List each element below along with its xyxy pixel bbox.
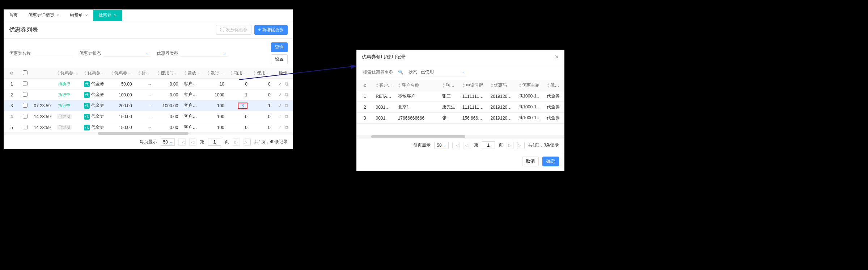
row-checkbox[interactable] <box>23 114 27 119</box>
settings-button[interactable]: 设置 <box>271 54 288 64</box>
modal-status-label: 状态 <box>408 69 417 75</box>
search-icon[interactable]: 🔍 <box>398 70 403 75</box>
share-icon[interactable]: ↗ <box>278 92 282 97</box>
title-bar: 优惠券列表 ⛶ 发放优惠券 + 新增优惠券 <box>4 21 293 39</box>
close-icon[interactable]: ✕ <box>114 13 117 17</box>
qrcode-icon[interactable]: ⧉ <box>285 114 288 119</box>
gear-icon[interactable] <box>363 83 367 88</box>
usage-table: ▲▼客户... ▲▼客户名称 ▲▼联系人 ▲▼电话号码 ▲▼优惠码 ▲▼优惠主题… <box>357 80 564 124</box>
claim-count-link[interactable]: 3 <box>238 103 247 109</box>
table-row[interactable]: 4 14 23:59 已过期 代代金券 150.00 -- 0.00 客户领取 … <box>4 111 293 122</box>
status-badge: 已过期 <box>57 114 72 119</box>
gear-icon[interactable] <box>10 71 14 76</box>
chevron-down-icon: ⌄ <box>169 140 172 144</box>
ok-button[interactable]: 确定 <box>542 157 559 166</box>
share-icon[interactable]: ↗ <box>278 81 282 87</box>
horizontal-scrollbar[interactable] <box>4 132 293 135</box>
share-icon: ↗ <box>278 125 282 130</box>
first-page-button[interactable]: ▏◁ <box>178 138 186 146</box>
coupon-list-panel: 首页优惠券详情页✕销货单✕优惠券✕ 优惠券列表 ⛶ 发放优惠券 + 新增优惠券 … <box>4 9 293 149</box>
modal-search-box: 🔍 <box>362 68 403 76</box>
filter-name-input[interactable] <box>33 49 73 57</box>
page-title: 优惠券列表 <box>9 26 38 34</box>
pagination: 每页显示 50⌄ ▏◁ ◁ 第 页 ▷ ▷▕ 共1页，49条记录 <box>4 135 293 149</box>
filter-bar: 优惠券名称 优惠券状态 ⌄ 优惠券类型 ⌄ 查询 设置 <box>4 39 293 68</box>
table-row[interactable]: 1 RETAIL... 零散客户 张三 11111111111 2019120 … <box>357 91 564 102</box>
first-page-button[interactable]: ▏◁ <box>452 142 460 149</box>
row-checkbox[interactable] <box>23 125 27 129</box>
qrcode-icon[interactable]: ⧉ <box>285 81 288 87</box>
tab-优惠券详情页[interactable]: 优惠券详情页✕ <box>23 10 65 21</box>
table-row[interactable]: 2 00010001 北京1 唐先生 11111111111 2019120 7… <box>357 102 564 113</box>
gift-icon: ⛶ <box>220 27 224 32</box>
horizontal-scrollbar[interactable] <box>357 135 564 138</box>
voucher-icon: 代 <box>84 125 90 130</box>
modal-per-page-select[interactable]: 50⌄ <box>434 142 448 149</box>
table-row[interactable]: 3 0001 17666666666 张 156 6666 ... 201912… <box>357 113 564 124</box>
table-row[interactable]: 3 07 23:59 执行中 代代金券 200.00 -- 1000.00 客户… <box>4 100 293 111</box>
tab-优惠券[interactable]: 优惠券✕ <box>93 10 122 21</box>
next-page-button[interactable]: ▷ <box>507 142 514 149</box>
row-checkbox[interactable] <box>23 92 27 97</box>
table-row[interactable]: 2 执行中 代代金券 100.00 -- 0.00 客户领取 1000 1 0 … <box>4 90 293 100</box>
next-page-button[interactable]: ▷ <box>233 138 240 146</box>
prev-page-button[interactable]: ◁ <box>189 138 196 146</box>
chevron-down-icon: ⌄ <box>223 51 226 55</box>
qrcode-icon[interactable]: ⧉ <box>285 103 288 108</box>
row-checkbox[interactable] <box>23 81 27 86</box>
modal-search-input[interactable] <box>362 68 398 76</box>
voucher-icon: 代 <box>84 81 90 87</box>
usage-record-modal: 优惠券领用/使用记录 ✕ 🔍 状态 已使用⌄ ▲▼客户... ▲▼客户名称 ▲▼… <box>356 50 564 171</box>
query-button[interactable]: 查询 <box>271 42 288 52</box>
page-input[interactable] <box>208 138 221 146</box>
modal-title: 优惠券领用/使用记录 <box>362 54 406 60</box>
modal-table-wrap[interactable]: ▲▼客户... ▲▼客户名称 ▲▼联系人 ▲▼电话号码 ▲▼优惠码 ▲▼优惠主题… <box>357 80 564 135</box>
last-page-button[interactable]: ▷▕ <box>517 142 525 149</box>
row-checkbox[interactable] <box>23 103 27 108</box>
filter-name-label: 优惠券名称 <box>9 50 31 57</box>
close-icon[interactable]: ✕ <box>555 54 559 60</box>
filter-type-select[interactable]: ⌄ <box>181 50 228 57</box>
voucher-icon: 代 <box>84 92 90 98</box>
coupon-table-wrap[interactable]: ▲▼优惠券状态 ▲▼优惠券类型 ▲▼优惠券面值 ▲▼折扣% ▲▼使用门槛... … <box>4 68 293 132</box>
modal-page-input[interactable] <box>482 141 495 149</box>
cancel-button[interactable]: 取消 <box>522 157 539 166</box>
voucher-icon: 代 <box>84 114 90 120</box>
distribute-coupon-button[interactable]: ⛶ 发放优惠券 <box>216 25 251 35</box>
table-row[interactable]: 1 待执行 代代金券 50.00 -- 0.00 客户领取 10 0 0 ↗ ⧉ <box>4 79 293 90</box>
chevron-down-icon: ⌄ <box>146 51 149 55</box>
close-icon[interactable]: ✕ <box>85 13 88 17</box>
close-icon[interactable]: ✕ <box>56 13 59 17</box>
qrcode-icon[interactable]: ⧉ <box>285 125 288 130</box>
last-page-button[interactable]: ▷▕ <box>244 138 251 146</box>
filter-status-select[interactable]: ⌄ <box>103 50 150 57</box>
modal-pagination: 每页显示 50⌄ ▏◁ ◁ 第 页 ▷ ▷▕ 共1页，3条记录 <box>357 138 564 152</box>
tab-首页[interactable]: 首页 <box>4 10 23 21</box>
share-icon: ↗ <box>278 114 282 119</box>
modal-status-select[interactable]: 已使用⌄ <box>419 68 466 76</box>
status-badge: 执行中 <box>57 92 72 97</box>
status-badge: 已过期 <box>57 125 72 130</box>
status-badge: 执行中 <box>57 103 72 108</box>
chevron-down-icon: ⌄ <box>443 143 446 147</box>
chevron-down-icon: ⌄ <box>462 70 465 74</box>
filter-type-label: 优惠券类型 <box>157 50 178 57</box>
qrcode-icon[interactable]: ⧉ <box>285 92 288 97</box>
page-tabs: 首页优惠券详情页✕销货单✕优惠券✕ <box>4 10 293 21</box>
coupon-table: ▲▼优惠券状态 ▲▼优惠券类型 ▲▼优惠券面值 ▲▼折扣% ▲▼使用门槛... … <box>4 68 293 132</box>
filter-status-label: 优惠券状态 <box>79 50 101 57</box>
select-all-checkbox[interactable] <box>23 70 27 75</box>
status-badge: 待执行 <box>57 81 72 86</box>
share-icon[interactable]: ↗ <box>278 103 282 108</box>
add-coupon-button[interactable]: + 新增优惠券 <box>254 25 288 35</box>
prev-page-button[interactable]: ◁ <box>463 142 470 149</box>
per-page-select[interactable]: 50⌄ <box>161 138 175 146</box>
table-row[interactable]: 5 14 23:59 已过期 代代金券 150.00 -- 0.00 客户领取 … <box>4 122 293 132</box>
tab-销货单[interactable]: 销货单✕ <box>65 10 93 21</box>
voucher-icon: 代 <box>84 103 90 109</box>
